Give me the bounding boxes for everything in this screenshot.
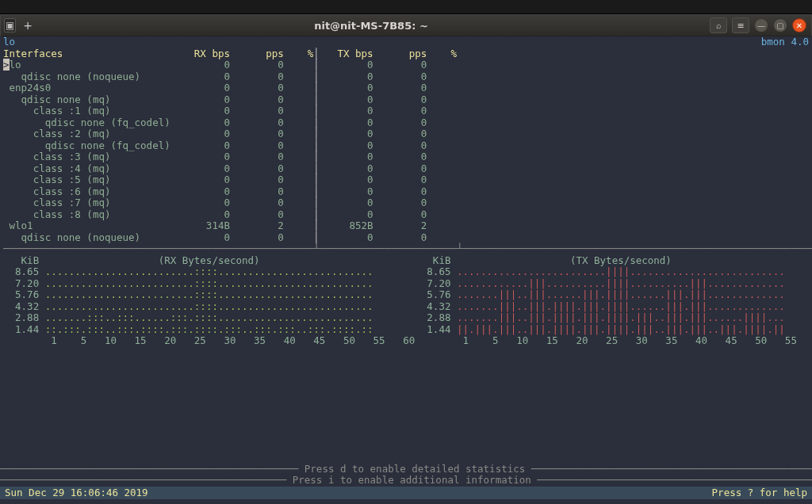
table-row[interactable]: qdisc none (noqueue) 0 0 │ 0 0	[3, 232, 812, 244]
current-interface-label: lo	[3, 36, 15, 48]
window-title: nit@nit-MS-7B85: ~	[33, 20, 710, 32]
divider: ────────────────────────────────────────…	[0, 243, 812, 255]
close-button[interactable]: ✕	[792, 18, 806, 32]
table-row[interactable]: qdisc none (mq) 0 0 │ 0 0	[3, 94, 812, 106]
table-row[interactable]: class :8 (mq) 0 0 │ 0 0	[3, 209, 812, 221]
table-row[interactable]: enp24s0 0 0 │ 0 0	[3, 82, 812, 94]
hint-detailed: ────────────────────────────────────────…	[0, 464, 812, 475]
tx-chart: KiB (TX Bytes/second) 8.65 .............…	[415, 255, 812, 347]
interfaces-table: Interfaces RX bps pps %│ TX bps pps %>lo…	[0, 48, 812, 244]
help-hint: Press ? for help	[712, 487, 807, 499]
status-bar: Sun Dec 29 16:06:46 2019 Press ? for hel…	[0, 487, 812, 499]
charts-row: KiB (RX Bytes/second) 8.65 .............…	[0, 255, 812, 347]
rx-chart: KiB (RX Bytes/second) 8.65 .............…	[3, 255, 415, 347]
minimize-button[interactable]: —	[754, 18, 768, 32]
table-row[interactable]: class :5 (mq) 0 0 │ 0 0	[3, 174, 812, 186]
table-row[interactable]: class :3 (mq) 0 0 │ 0 0	[3, 151, 812, 163]
new-tab-button[interactable]: +	[21, 19, 33, 32]
table-row[interactable]: >lo 0 0 │ 0 0	[3, 59, 812, 71]
bmon-top-line: lo bmon 4.0	[0, 36, 812, 48]
window-controls: ⌕ ≡ — ▢ ✕	[710, 17, 808, 33]
table-row[interactable]: qdisc none (fq_codel) 0 0 │ 0 0	[3, 117, 812, 129]
window-title-bar: ▣ + nit@nit-MS-7B85: ~ ⌕ ≡ — ▢ ✕	[0, 14, 812, 36]
table-row[interactable]: wlo1 314B 2 │ 852B 2	[3, 220, 812, 232]
desktop-top-bar	[0, 0, 812, 14]
terminal-tab-icon[interactable]: ▣	[4, 18, 16, 32]
table-header: Interfaces RX bps pps %│ TX bps pps %	[3, 48, 812, 60]
tab-strip: ▣ +	[4, 18, 33, 32]
table-row[interactable]: class :1 (mq) 0 0 │ 0 0	[3, 105, 812, 117]
hamburger-menu-icon[interactable]: ≡	[732, 17, 749, 33]
maximize-button[interactable]: ▢	[773, 18, 787, 32]
version-label: bmon 4.0	[761, 36, 809, 48]
table-row[interactable]: class :4 (mq) 0 0 │ 0 0	[3, 163, 812, 175]
clock: Sun Dec 29 16:06:46 2019	[5, 487, 148, 498]
table-row[interactable]: class :7 (mq) 0 0 │ 0 0	[3, 197, 812, 209]
hint-additional: ────────────────────────────────────────…	[0, 475, 812, 487]
table-row[interactable]: class :6 (mq) 0 0 │ 0 0	[3, 186, 812, 198]
terminal-viewport[interactable]: lo bmon 4.0 Interfaces RX bps pps %│ TX …	[0, 36, 812, 504]
search-icon[interactable]: ⌕	[710, 17, 727, 33]
table-row[interactable]: class :2 (mq) 0 0 │ 0 0	[3, 128, 812, 140]
blank-area	[0, 347, 812, 464]
table-row[interactable]: qdisc none (noqueue) 0 0 │ 0 0	[3, 71, 812, 83]
table-row[interactable]: qdisc none (fq_codel) 0 0 │ 0 0	[3, 140, 812, 152]
